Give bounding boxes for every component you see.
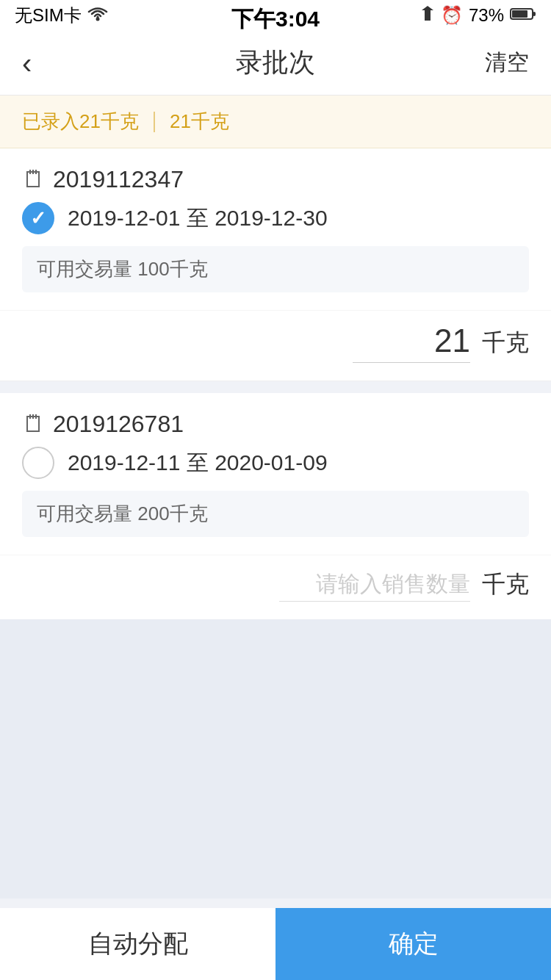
auto-distribute-button[interactable]: 自动分配 xyxy=(0,908,276,980)
batch1-radio[interactable] xyxy=(22,202,54,234)
batch2-available: 可用交易量 200千克 xyxy=(22,491,529,537)
info-bar: 已录入21千克 21千克 xyxy=(0,96,551,148)
batch2-id-icon: 🗒 xyxy=(22,411,46,438)
batch-item-2: 🗒 2019126781 2019-12-11 至 2020-01-09 可用交… xyxy=(0,393,551,555)
clear-button[interactable]: 清空 xyxy=(485,48,529,78)
batch1-id-icon: 🗒 xyxy=(22,166,46,193)
svg-rect-3 xyxy=(512,10,527,18)
nav-bar: ‹ 录批次 清空 xyxy=(0,31,551,96)
page-title: 录批次 xyxy=(236,45,315,81)
batch1-quantity-row: 21 千克 xyxy=(0,311,551,381)
batch2-unit: 千克 xyxy=(482,569,529,601)
svg-point-0 xyxy=(96,18,99,21)
info-divider xyxy=(154,112,155,132)
batch1-header: 🗒 2019112347 xyxy=(22,166,529,193)
batch1-id: 2019112347 xyxy=(53,166,184,193)
back-button[interactable]: ‹ xyxy=(22,48,32,78)
battery-text: 73% xyxy=(469,5,504,26)
recorded-value: 21千克 xyxy=(170,109,229,134)
carrier-text: 无SIM卡 xyxy=(15,4,82,27)
section-divider xyxy=(0,381,551,393)
status-bar: 无SIM卡 下午3:04 ⏰ 73% xyxy=(0,0,551,31)
batch1-available: 可用交易量 100千克 xyxy=(22,246,529,292)
confirm-button[interactable]: 确定 xyxy=(276,908,551,980)
batch1-quantity-value: 21 xyxy=(434,323,470,359)
gray-area xyxy=(0,619,551,898)
status-right: ⏰ 73% xyxy=(420,4,536,26)
batch2-date: 2019-12-11 至 2020-01-09 xyxy=(68,448,328,478)
status-left: 无SIM卡 xyxy=(15,4,108,27)
battery-icon xyxy=(510,5,536,26)
alarm-icon: ⏰ xyxy=(441,5,463,26)
wifi-icon xyxy=(87,5,108,26)
batch1-unit: 千克 xyxy=(482,327,529,359)
location-icon xyxy=(420,4,435,26)
batch2-radio[interactable] xyxy=(22,447,54,479)
batch2-date-row[interactable]: 2019-12-11 至 2020-01-09 xyxy=(22,447,529,479)
batch1-quantity-display: 21 xyxy=(353,323,470,363)
bottom-bar: 自动分配 确定 xyxy=(0,908,551,980)
status-time: 下午3:04 xyxy=(231,4,320,35)
batch2-quantity-input[interactable] xyxy=(279,567,470,602)
batch2-id: 2019126781 xyxy=(53,411,184,438)
batch2-header: 🗒 2019126781 xyxy=(22,411,529,438)
batch1-date: 2019-12-01 至 2019-12-30 xyxy=(68,203,328,234)
batch2-input-row: 千克 xyxy=(0,555,551,619)
batch1-date-row[interactable]: 2019-12-01 至 2019-12-30 xyxy=(22,202,529,234)
batch-item-1: 🗒 2019112347 2019-12-01 至 2019-12-30 可用交… xyxy=(0,148,551,311)
recorded-label: 已录入21千克 xyxy=(22,109,139,134)
svg-rect-2 xyxy=(533,12,536,16)
